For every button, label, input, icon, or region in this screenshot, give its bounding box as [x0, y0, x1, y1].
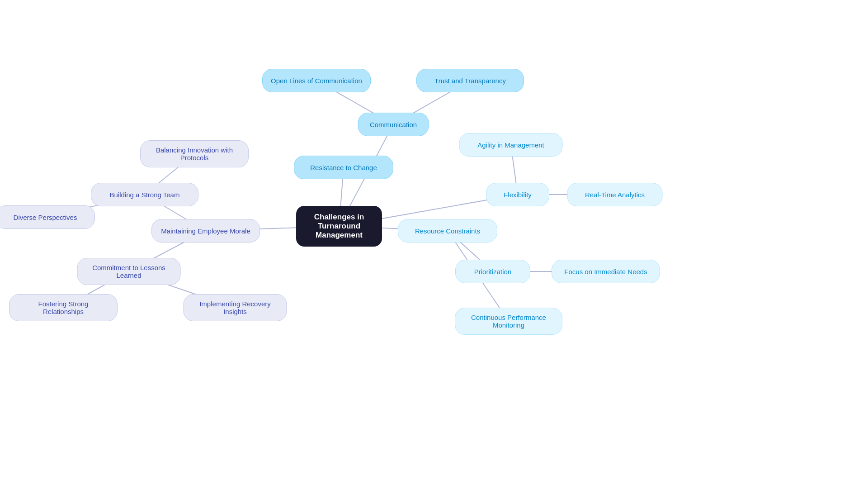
node-resource-constraints[interactable]: Resource Constraints [398, 219, 497, 243]
node-commitment[interactable]: Commitment to Lessons Learned [77, 258, 181, 285]
node-realtime[interactable]: Real-Time Analytics [567, 183, 663, 206]
node-center[interactable]: Challenges in Turnaround Management [296, 206, 382, 247]
node-prioritization[interactable]: Prioritization [455, 260, 530, 283]
node-communication[interactable]: Communication [358, 113, 429, 136]
node-continuous-perf[interactable]: Continuous Performance Monitoring [455, 308, 562, 335]
node-diverse[interactable]: Diverse Perspectives [0, 205, 95, 229]
node-fostering[interactable]: Fostering Strong Relationships [9, 294, 118, 321]
mindmap-canvas: Challenges in Turnaround ManagementCommu… [0, 0, 868, 490]
node-focus-immediate[interactable]: Focus on Immediate Needs [552, 260, 660, 283]
node-trust[interactable]: Trust and Transparency [416, 69, 524, 92]
node-maintaining-morale[interactable]: Maintaining Employee Morale [151, 219, 260, 243]
node-open-lines[interactable]: Open Lines of Communication [262, 69, 371, 92]
node-agility[interactable]: Agility in Management [459, 133, 563, 157]
node-flexibility[interactable]: Flexibility [486, 183, 549, 206]
node-resistance[interactable]: Resistance to Change [294, 156, 393, 179]
node-implementing[interactable]: Implementing Recovery Insights [184, 294, 287, 321]
node-balancing[interactable]: Balancing Innovation with Protocols [140, 140, 249, 167]
node-building-team[interactable]: Building a Strong Team [91, 183, 198, 206]
